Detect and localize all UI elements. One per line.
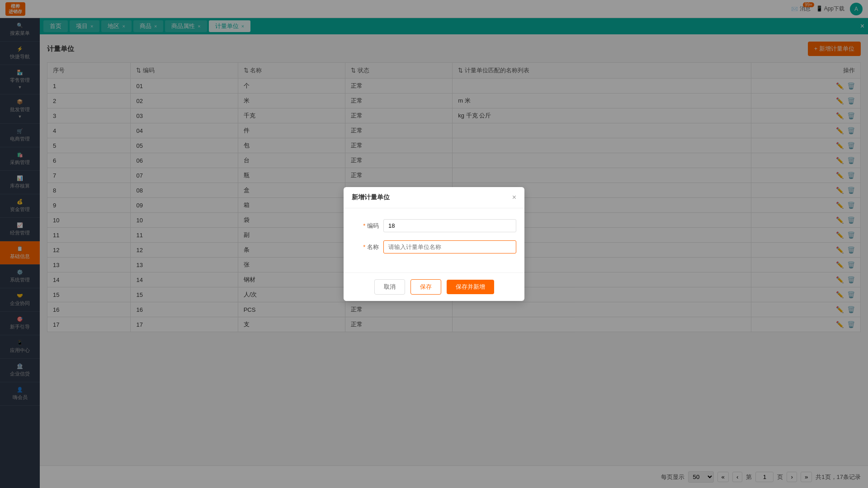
modal-header: 新增计量单位 × <box>344 187 524 208</box>
code-label: * 编码 <box>352 222 379 230</box>
name-input[interactable] <box>383 240 516 253</box>
save-button[interactable]: 保存 <box>410 279 441 295</box>
modal-close-button[interactable]: × <box>512 193 516 202</box>
code-required: * <box>363 222 365 229</box>
form-row-code: * 编码 <box>352 219 516 232</box>
form-row-name: * 名称 <box>352 240 516 253</box>
name-label: * 名称 <box>352 243 379 251</box>
modal-overlay[interactable]: 新增计量单位 × * 编码 * 名称 取消 保存 保存并新增 <box>0 0 868 488</box>
modal-footer: 取消 保存 保存并新增 <box>344 272 524 301</box>
modal-body: * 编码 * 名称 <box>344 208 524 272</box>
add-measurement-modal: 新增计量单位 × * 编码 * 名称 取消 保存 保存并新增 <box>344 187 524 301</box>
modal-title: 新增计量单位 <box>352 193 390 202</box>
code-label-text: 编码 <box>367 222 379 229</box>
save-and-new-button[interactable]: 保存并新增 <box>447 280 494 294</box>
name-required: * <box>363 244 365 250</box>
code-input[interactable] <box>383 219 516 232</box>
name-label-text: 名称 <box>367 244 379 250</box>
cancel-button[interactable]: 取消 <box>374 279 405 295</box>
